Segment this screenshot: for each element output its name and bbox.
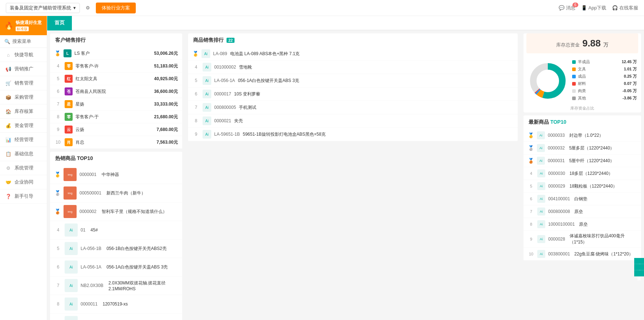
product-row-4: 4 Ai 01 45#	[50, 221, 182, 239]
amount-5: 33,333.00元	[154, 101, 178, 107]
product-row-8: 8 Ai 0000011 12070519-xs	[50, 295, 182, 313]
prod-name-1: 电池盖 LA-089 ABS本色+黑种 7.1克	[230, 51, 513, 57]
np-name-1: 封边带（1.0*22）	[569, 132, 637, 139]
trial-button[interactable]: 体验行业方案	[96, 3, 136, 13]
np-row-9: 9 Ai 0000028 体诚嘉枚味苏打饮品400毫升（1*15）	[523, 231, 641, 248]
np-row-3: 🥉 Ai 0000031 5厘中纤（1220*2440）	[523, 155, 641, 167]
tab-home[interactable]: 首页	[47, 16, 72, 30]
inventory-value: 9.88	[582, 38, 601, 49]
np-medal-1: 🥇	[528, 132, 534, 138]
product-img-2: img	[64, 186, 77, 200]
sidebar-item-enterprise[interactable]: 🤝 企业协同	[0, 175, 47, 189]
product-rank-row-7: 9 Ai LA-59651-1B 59651-1B旋转投影灯电池盒ABS黑色+5…	[188, 128, 518, 141]
sidebar-label: 快捷导航	[15, 52, 33, 58]
top-bar: 装备及固定资产辅助管理系统 ▾ ⚙ 体验行业方案 💬 消息 6 📱 App下载 …	[0, 0, 644, 16]
np-img-3: Ai	[537, 157, 545, 165]
app-label: App下载	[588, 5, 606, 11]
inventory-icon: 🏠	[5, 108, 12, 115]
rank-num-8: 10	[54, 140, 62, 145]
rank-7: 7	[54, 283, 62, 288]
np-img-7: Ai	[537, 208, 545, 216]
sidebar-item-quick-nav[interactable]: ⌂ 快捷导航	[0, 48, 47, 62]
product-code-4: 01	[81, 227, 85, 233]
rank-8: 8	[54, 301, 62, 307]
main-content: 首页 客户销售排行 🏅 L LS 客户 53,006.26元	[47, 16, 644, 320]
app-download-button[interactable]: 📱 App下载	[581, 5, 606, 11]
purchase-icon: 📦	[5, 94, 12, 100]
rank-p5: 7	[192, 105, 200, 110]
legend-value-6: -3.86 万	[623, 95, 637, 101]
product-ranking-list: 🥇 Ai LA-089 电池盖 LA-089 ABS本色+黑种 7.1克 4 A…	[188, 47, 518, 141]
logo-text: 畅捷通好生意 标准版	[16, 20, 42, 32]
legend-value-4: 0.07 万	[624, 81, 637, 86]
medal-icon-1: 🏅	[54, 50, 61, 56]
legend-label-2: 文具	[578, 66, 622, 72]
np-name-4: 18多层（1220*2440）	[570, 171, 637, 177]
online-service-button[interactable]: 🎧 在线客服	[612, 5, 638, 11]
cs-community-button[interactable]: 服务社区	[634, 264, 644, 270]
product-row-7: 7 Ai NB2.0X30B 2.0X30MM双搓花轴.搓花直径2.1MM/RO…	[50, 276, 182, 295]
rank-row: 5 红 红太阳文具 40,925.00元	[50, 73, 182, 85]
customer-name-4: 苍南县人民医院	[76, 89, 151, 95]
cs-hotline-button[interactable]: 客服热线	[634, 258, 644, 264]
cs-live-button[interactable]: 直播	[634, 270, 644, 276]
prod-name-4: 10S 变利萝藜	[234, 91, 513, 97]
rank-num-5: 7	[54, 102, 62, 107]
sidebar-item-sales[interactable]: 🛒 销售管理	[0, 76, 47, 90]
product-rank-row-6: 8 Ai 0000021 夹壳	[188, 114, 518, 128]
message-icon: 💬	[559, 5, 564, 11]
np-code-7: 000800008	[548, 209, 570, 214]
rank-num-6: 8	[54, 114, 62, 119]
np-code-8: 10000100001	[548, 222, 575, 227]
rank-num-4: 6	[54, 89, 62, 94]
np-num-6: 6	[528, 197, 534, 201]
sidebar-item-system[interactable]: ⚙ 系统管理	[0, 161, 47, 175]
avatar-3: 红	[65, 75, 73, 83]
hot-products-header: 热销商品 TOP10	[50, 152, 182, 165]
sidebar-item-finance[interactable]: 💰 资金管理	[0, 119, 47, 133]
sidebar-item-inventory[interactable]: 🏠 库存核算	[0, 104, 47, 119]
sidebar-label: 基础信息	[15, 151, 33, 157]
product-img-6: Ai	[65, 260, 78, 274]
product-name-2: 新西兰牛肉（新牛）	[106, 190, 178, 196]
sidebar-label: 采购管理	[15, 94, 33, 100]
medal-3: 🥉	[54, 209, 61, 214]
customer-service-panel: 客服热线 服务社区 直播	[634, 258, 644, 276]
sidebar-item-operations[interactable]: 📊 经营管理	[0, 133, 47, 147]
message-button[interactable]: 💬 消息 6	[559, 5, 575, 11]
product-rank-row-1: 🥇 Ai LA-089 电池盖 LA-089 ABS本色+黑种 7.1克	[188, 47, 518, 61]
np-img-10: Ai	[537, 250, 545, 258]
sidebar-item-guide[interactable]: ❓ 新手引导	[0, 189, 47, 204]
legend-label-6: 其他	[578, 95, 620, 101]
sidebar-label: 系统管理	[15, 165, 33, 171]
legend-value-3: 0.25 万	[624, 74, 637, 79]
np-name-9: 体诚嘉枚味苏打饮品400毫升（1*15）	[570, 233, 637, 245]
product-code-1: 0000001	[80, 172, 97, 177]
product-img-8: Ai	[65, 298, 78, 311]
customer-sales-title: 客户销售排行	[55, 37, 86, 44]
np-img-2: Ai	[537, 144, 545, 152]
product-name-5: 056-1B白色按键开关壳ABS2壳	[106, 246, 178, 252]
home-icon: ⌂	[5, 52, 12, 58]
sidebar-item-basic-info[interactable]: 📋 基础信息	[0, 147, 47, 161]
avatar-6: 零	[65, 113, 73, 121]
customer-name-6: 零售客户-于	[76, 114, 151, 120]
gear-button[interactable]: ⚙	[83, 3, 93, 13]
sidebar-item-marketing[interactable]: 📢 营销推广	[0, 62, 47, 76]
sidebar-item-purchase[interactable]: 📦 采购管理	[0, 90, 47, 104]
system-selector[interactable]: 装备及固定资产辅助管理系统 ▾	[6, 3, 80, 13]
prod-code-1: LA-089	[213, 51, 227, 56]
sidebar-label: 经营管理	[15, 136, 33, 143]
np-img-4: Ai	[537, 169, 545, 177]
search-menu-button[interactable]: 🔍 搜索菜单	[0, 35, 47, 48]
avatar-2: 零	[65, 62, 73, 70]
sidebar-label: 资金管理	[15, 122, 33, 129]
amount-8: 7,563.00元	[156, 139, 178, 145]
rank-row: 7 星 星扬 33,333.00元	[50, 98, 182, 111]
hot-products-title: 热销商品 TOP10	[55, 155, 93, 162]
new-products-panel: 最新商品 TOP10 🥇 Ai 0000033 封边带（1.0*22） 🥈 Ai…	[523, 115, 641, 260]
legend-value-2: 1.01 万	[624, 66, 637, 72]
np-code-1: 0000033	[548, 133, 565, 138]
chart-legend: 半成品 12.45 万 文具 1.01 万 成品 0.25 万	[572, 59, 637, 103]
product-row-9: 9 Ai KK-SD22110H 花语萌恒温分腿睡袋（厚款）	[50, 313, 182, 320]
